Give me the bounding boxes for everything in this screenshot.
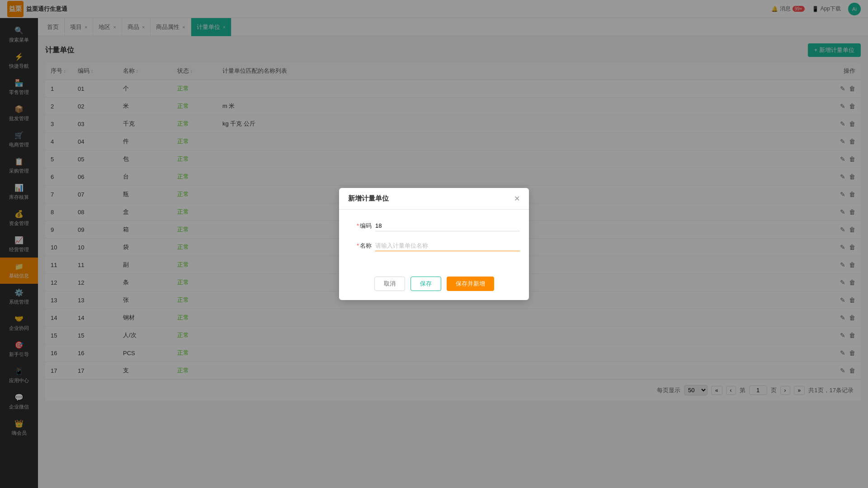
modal-body: *编码 *名称 (339, 210, 529, 271)
modal-close-button[interactable]: ✕ (514, 194, 520, 203)
code-form-row: *编码 (348, 221, 520, 231)
modal-header: 新增计量单位 ✕ (339, 188, 529, 210)
modal-overlay[interactable]: 新增计量单位 ✕ *编码 *名称 取消 保存 保存并新增 (0, 0, 868, 488)
modal-title: 新增计量单位 (348, 194, 389, 203)
name-input[interactable] (375, 240, 520, 251)
save-button[interactable]: 保存 (410, 277, 441, 291)
name-label: *名称 (348, 242, 375, 250)
save-and-new-button[interactable]: 保存并新增 (447, 277, 494, 291)
modal-footer: 取消 保存 保存并新增 (339, 271, 529, 300)
code-input[interactable] (375, 221, 520, 231)
name-required-mark: * (357, 242, 359, 249)
code-label: *编码 (348, 222, 375, 230)
add-unit-modal: 新增计量单位 ✕ *编码 *名称 取消 保存 保存并新增 (339, 188, 529, 300)
name-form-row: *名称 (348, 240, 520, 251)
code-required-mark: * (357, 222, 359, 229)
cancel-button[interactable]: 取消 (374, 277, 405, 291)
